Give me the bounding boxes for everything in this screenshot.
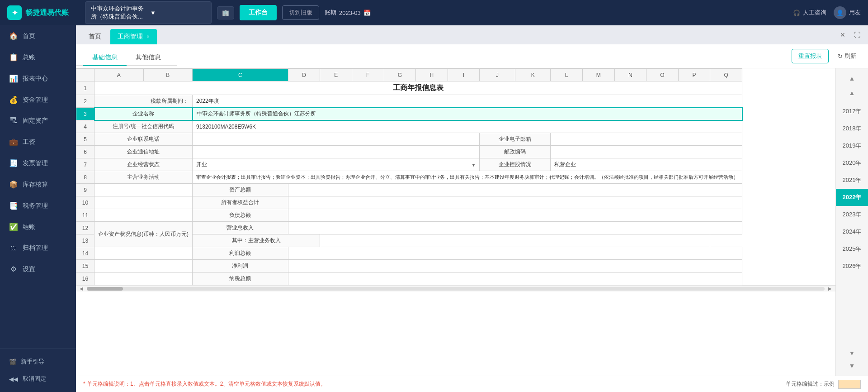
cell-mainbiz-value[interactable]: 审查企业会计报表；出具审计报告；验证企业资本；出具验资报告；办理企业合开、分立、… xyxy=(193,171,742,184)
cell-total-revenue-value[interactable] xyxy=(288,222,742,234)
calendar-icon[interactable]: 📅 xyxy=(363,10,371,16)
inventory-icon: 📦 xyxy=(9,180,18,189)
row-num-9: 9 xyxy=(76,184,94,196)
cell-phone-value[interactable] xyxy=(193,133,480,146)
cell-status-value[interactable]: 开业 ▼ xyxy=(193,158,480,171)
year-up-button[interactable]: ▲ xyxy=(846,72,859,85)
col-header-k: K xyxy=(515,69,551,81)
cell-equity-value[interactable] xyxy=(288,196,742,209)
tab-business-management[interactable]: 工商管理 × xyxy=(110,29,157,44)
spreadsheet-table: A B C D E F G H I J K L M xyxy=(76,68,743,285)
unpin-button[interactable]: ◀◀ 取消固定 xyxy=(0,370,76,387)
sidebar-item-ledger[interactable]: 📋 总账 xyxy=(0,47,76,68)
settings-icon: ⚙ xyxy=(9,265,18,273)
tab-home[interactable]: 首页 xyxy=(81,29,108,44)
cell-total-assets-value[interactable] xyxy=(288,184,742,196)
new-user-guide[interactable]: 🎬 新手引导 xyxy=(0,353,76,370)
sidebar-item-home[interactable]: 🏠 首页 xyxy=(0,25,76,47)
row-num-3: 3 xyxy=(76,108,94,120)
content-area: 基础信息 其他信息 重置报表 ↻ 刷新 A B xyxy=(76,44,868,392)
horizontal-scrollbar[interactable]: ◀ ▶ xyxy=(76,285,835,292)
year-item-2017[interactable]: 2017年 xyxy=(836,103,868,120)
year-item-2018[interactable]: 2018年 xyxy=(836,120,868,137)
year-item-2021[interactable]: 2021年 xyxy=(836,172,868,189)
sidebar-item-assets[interactable]: 🏗 固定资产 xyxy=(0,110,76,131)
close-window-button[interactable]: ✕ xyxy=(837,29,848,40)
workbench-button[interactable]: 工作台 xyxy=(240,5,277,20)
scroll-right-button[interactable]: ▶ xyxy=(826,286,834,291)
unpin-icon: ◀◀ xyxy=(9,376,18,382)
cell-reg-value[interactable]: 91320100MA208E5W6K xyxy=(193,120,742,133)
cell-total-tax-value[interactable] xyxy=(288,272,742,285)
cell-postal-value[interactable] xyxy=(551,146,742,158)
cell-liab-value[interactable] xyxy=(288,209,742,222)
cell-mainbiz-label: 主营业务活动 xyxy=(94,171,193,184)
assets-icon: 🏗 xyxy=(9,117,18,125)
year-down2-button[interactable]: ▼ xyxy=(846,359,859,372)
refresh-button[interactable]: ↻ 刷新 xyxy=(833,49,861,63)
sub-tab-basic[interactable]: 基础信息 xyxy=(83,50,127,66)
sidebar-item-closing[interactable]: ✅ 结账 xyxy=(0,216,76,238)
year-item-2024[interactable]: 2024年 xyxy=(836,223,868,240)
year-down-button[interactable]: ▼ xyxy=(846,347,859,359)
period-value: 2023-03 xyxy=(339,10,361,16)
cell-email-value[interactable] xyxy=(551,133,742,146)
company-icon-button[interactable]: 🏢 xyxy=(217,6,234,19)
row-num-15: 15 xyxy=(76,260,94,272)
user-profile[interactable]: 👤 用友 xyxy=(834,6,861,19)
reset-report-button[interactable]: 重置报表 xyxy=(792,49,829,63)
year-item-2019[interactable]: 2019年 xyxy=(836,137,868,154)
spreadsheet-container[interactable]: A B C D E F G H I J K L M xyxy=(76,68,835,376)
corner-header xyxy=(76,69,94,81)
period-label: 账期 xyxy=(325,9,336,17)
cell-period-value[interactable]: 2022年度 xyxy=(193,95,742,108)
year-item-2026[interactable]: 2026年 xyxy=(836,258,868,275)
refresh-icon: ↻ xyxy=(838,53,843,60)
scroll-left-button[interactable]: ◀ xyxy=(78,286,85,291)
cell-total-profit-value[interactable] xyxy=(288,247,742,260)
expand-window-button[interactable]: ⛶ xyxy=(852,29,863,40)
sidebar-label-archive: 归档管理 xyxy=(23,244,48,252)
sidebar-label-settings: 设置 xyxy=(23,265,35,273)
cell-address-label: 企业通信地址 xyxy=(94,146,193,158)
cell-main-revenue-value[interactable] xyxy=(320,234,710,247)
sidebar-item-archive[interactable]: 🗂 归档管理 xyxy=(0,238,76,258)
scroll-thumb[interactable] xyxy=(87,287,123,291)
year-item-2025[interactable]: 2025年 xyxy=(836,240,868,258)
sidebar-item-reports[interactable]: 📊 报表中心 xyxy=(0,68,76,89)
old-version-button[interactable]: 切到旧版 xyxy=(282,5,319,20)
company-name: 中审众环会计师事务所（特殊普通合伙... xyxy=(91,5,146,21)
cell-address-value[interactable] xyxy=(193,146,480,158)
sidebar-item-tax[interactable]: 📑 税务管理 xyxy=(0,195,76,216)
ledger-icon: 📋 xyxy=(9,53,18,62)
year-panel: ▲ ▲ 2017年 2018年 2019年 2020年 2021年 2022年 … xyxy=(835,68,868,376)
year-item-2022[interactable]: 2022年 xyxy=(836,189,868,206)
user-service[interactable]: 🎧 人工咨询 xyxy=(793,9,826,17)
year-item-2020[interactable]: 2020年 xyxy=(836,154,868,172)
scroll-track[interactable] xyxy=(87,287,825,291)
tab-close-icon[interactable]: × xyxy=(146,33,150,40)
dropdown-arrow-icon: ▼ xyxy=(471,162,476,167)
cell-profit-section xyxy=(94,247,193,260)
sidebar-item-finance[interactable]: 💰 资金管理 xyxy=(0,89,76,110)
year-item-2023[interactable]: 2023年 xyxy=(836,206,868,223)
table-row: 10 所有者权益合计 xyxy=(76,196,742,209)
company-selector[interactable]: 中审众环会计师事务所（特殊普通合伙... ▼ xyxy=(85,1,212,24)
sidebar-item-payroll[interactable]: 💼 工资 xyxy=(0,131,76,153)
table-row: 9 资产总额 xyxy=(76,184,742,196)
row-num-6: 6 xyxy=(76,146,94,158)
year-up2-button[interactable]: ▲ xyxy=(846,86,859,99)
col-header-p: P xyxy=(678,69,710,81)
cell-shareholding-value[interactable]: 私营企业 xyxy=(551,158,742,171)
cell-net-profit-value[interactable] xyxy=(288,260,742,272)
cell-total-revenue-label: 营业总收入 xyxy=(193,222,288,234)
sidebar-item-inventory[interactable]: 📦 库存核算 xyxy=(0,174,76,195)
sidebar-item-invoice[interactable]: 🧾 发票管理 xyxy=(0,153,76,174)
sub-tab-other[interactable]: 其他信息 xyxy=(127,50,170,66)
cell-title[interactable]: 工商年报信息表 xyxy=(94,81,742,95)
cell-company-value[interactable]: 中审众环会计师事务所（特殊普通合伙）江苏分所 xyxy=(193,108,742,120)
sidebar-item-settings[interactable]: ⚙ 设置 xyxy=(0,258,76,280)
headset-icon: 🎧 xyxy=(793,10,800,16)
table-row: 12 企业资产状况信息(币种：人民币万元) 营业总收入 xyxy=(76,222,742,234)
table-row: 6 企业通信地址 邮政编码 xyxy=(76,146,742,158)
